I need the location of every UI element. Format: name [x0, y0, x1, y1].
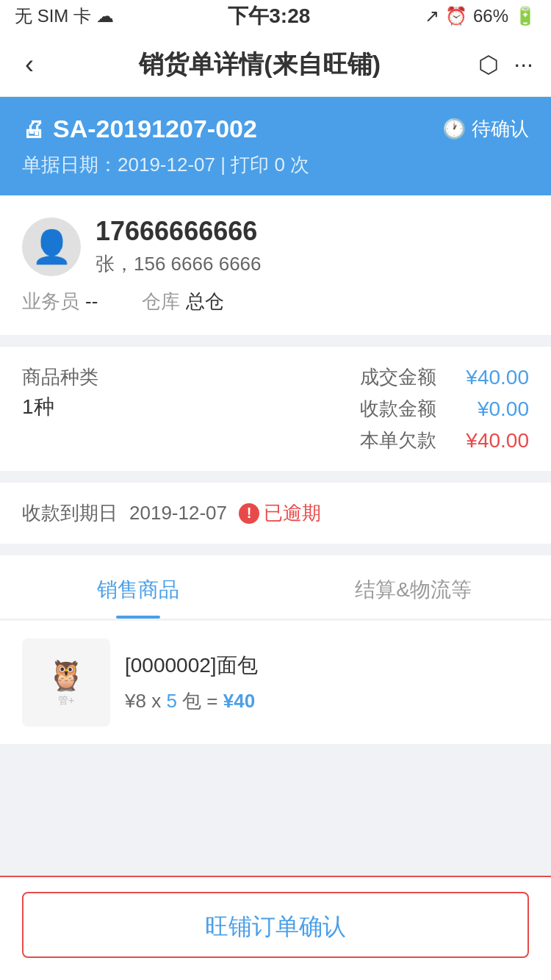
- warehouse-value: 总仓: [186, 289, 224, 314]
- avatar: 👤: [22, 217, 81, 276]
- status-time: 下午3:28: [228, 2, 310, 30]
- confirm-button[interactable]: 旺铺订单确认: [22, 892, 529, 958]
- owed-row: 本单欠款 ¥40.00: [360, 428, 529, 453]
- unit-text: 包: [182, 690, 201, 712]
- product-image: 🦉 管+: [22, 638, 110, 727]
- due-date-label: 收款到期日: [22, 500, 118, 526]
- logo-icon: 🦉: [48, 658, 84, 693]
- total-price: ¥40: [223, 690, 255, 712]
- overdue-badge: ! 已逾期: [239, 500, 321, 526]
- tab-settlement[interactable]: 结算&物流等: [276, 555, 551, 619]
- status-text: 待确认: [472, 116, 529, 142]
- summary-left: 商品种类 1种: [22, 364, 98, 421]
- warehouse-label: 仓库: [142, 289, 180, 314]
- product-info: [0000002]面包 ¥8 x 5 包 = ¥40: [125, 652, 529, 714]
- page-title: 销货单详情(来自旺铺): [139, 48, 381, 82]
- share-icon[interactable]: ⬡: [478, 51, 499, 79]
- order-icon: 🖨: [22, 117, 44, 142]
- quantity-value: 5: [166, 690, 176, 712]
- transaction-value: ¥40.00: [466, 366, 529, 389]
- due-date-card: 收款到期日 2019-12-07 ! 已逾期: [0, 483, 551, 544]
- customer-card: 👤 17666666666 张，156 6666 6666 业务员 -- 仓库 …: [0, 195, 551, 335]
- status-left: 无 SIM 卡 ☁: [15, 4, 114, 28]
- received-label: 收款金额: [360, 396, 436, 422]
- nav-actions: ⬡ ···: [478, 51, 533, 79]
- unit-price: ¥8: [125, 690, 146, 712]
- transaction-label: 成交金额: [360, 364, 436, 390]
- tab-products-label: 销售商品: [97, 578, 179, 601]
- sales-person-label: 业务员: [22, 289, 79, 314]
- order-header: 🖨 SA-20191207-002 🕐 待确认 单据日期：2019-12-07 …: [0, 97, 551, 195]
- more-icon[interactable]: ···: [514, 51, 533, 78]
- bottom-space: [0, 745, 551, 877]
- product-name: [0000002]面包: [125, 652, 529, 680]
- battery-icon: 🔋: [514, 6, 536, 26]
- owed-value: ¥40.00: [466, 429, 529, 453]
- overdue-text: 已逾期: [264, 500, 321, 526]
- alarm-icon: ⏰: [445, 6, 467, 26]
- order-id-row: 🖨 SA-20191207-002 🕐 待确认: [22, 115, 529, 143]
- received-row: 收款金额 ¥0.00: [360, 396, 529, 422]
- product-list: 🦉 管+ [0000002]面包 ¥8 x 5 包 = ¥40: [0, 621, 551, 745]
- order-status: 🕐 待确认: [442, 116, 529, 142]
- tabs: 销售商品 结算&物流等: [0, 555, 551, 619]
- battery-status: 66%: [473, 6, 508, 26]
- back-button[interactable]: ‹: [18, 42, 41, 87]
- location-icon: ↗: [425, 6, 439, 26]
- customer-row: 👤 17666666666 张，156 6666 6666: [22, 216, 529, 277]
- product-types-label: 商品种类: [22, 364, 98, 390]
- customer-phone: 17666666666: [96, 216, 529, 247]
- equals-sign: =: [206, 690, 223, 712]
- customer-name: 张，156 6666 6666: [96, 251, 529, 277]
- transaction-row: 成交金额 ¥40.00: [360, 364, 529, 390]
- owed-label: 本单欠款: [360, 428, 436, 453]
- received-value: ¥0.00: [478, 397, 529, 421]
- customer-info: 17666666666 张，156 6666 6666: [96, 216, 529, 277]
- multiply-sign: x: [151, 690, 166, 712]
- order-id: 🖨 SA-20191207-002: [22, 115, 257, 143]
- clock-icon: 🕐: [442, 118, 466, 140]
- product-logo: 🦉 管+: [48, 658, 84, 707]
- nav-bar: ‹ 销货单详情(来自旺铺) ⬡ ···: [0, 32, 551, 97]
- product-types-value: 1种: [22, 393, 98, 421]
- avatar-icon: 👤: [32, 228, 72, 266]
- sales-person-item: 业务员 --: [22, 289, 98, 314]
- status-right: ↗ ⏰ 66% 🔋: [425, 6, 536, 26]
- summary-card: 商品种类 1种 成交金额 ¥40.00 收款金额 ¥0.00 本单欠款 ¥40.…: [0, 347, 551, 471]
- bottom-bar: 旺铺订单确认: [0, 876, 551, 980]
- product-item: 🦉 管+ [0000002]面包 ¥8 x 5 包 = ¥40: [0, 621, 551, 745]
- customer-meta: 业务员 -- 仓库 总仓: [22, 289, 529, 314]
- product-price-row: ¥8 x 5 包 = ¥40: [125, 688, 529, 714]
- summary-right: 成交金额 ¥40.00 收款金额 ¥0.00 本单欠款 ¥40.00: [360, 364, 529, 453]
- logo-text: 管+: [58, 694, 74, 707]
- order-id-text: SA-20191207-002: [53, 115, 257, 143]
- tab-products[interactable]: 销售商品: [0, 555, 276, 619]
- due-date-value: 2019-12-07: [129, 502, 227, 525]
- sales-person-value: --: [85, 290, 98, 313]
- status-bar: 无 SIM 卡 ☁ 下午3:28 ↗ ⏰ 66% 🔋: [0, 0, 551, 32]
- warehouse-item: 仓库 总仓: [142, 289, 224, 314]
- sim-status: 无 SIM 卡 ☁: [15, 4, 114, 28]
- overdue-icon: !: [239, 503, 259, 524]
- order-date: 单据日期：2019-12-07 | 打印 0 次: [22, 152, 529, 178]
- tab-settlement-label: 结算&物流等: [355, 578, 472, 601]
